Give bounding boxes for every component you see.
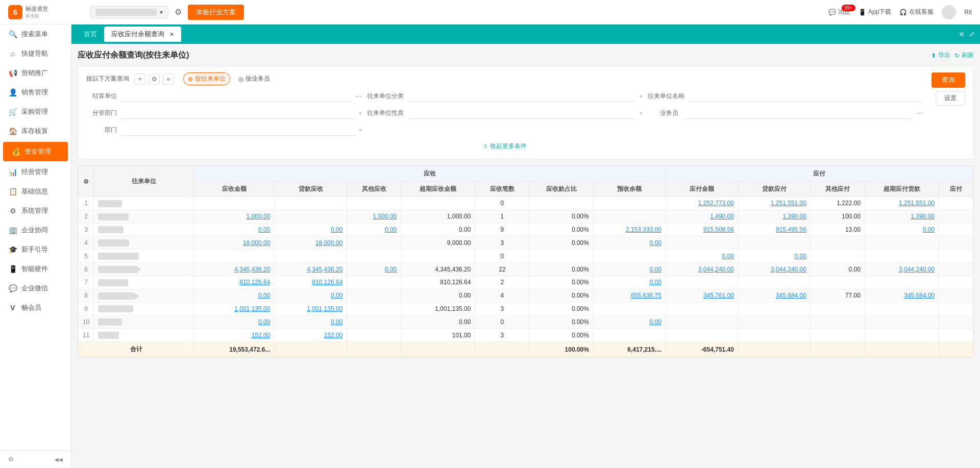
salesperson-dots[interactable]: ··· bbox=[917, 109, 923, 118]
sidebar-item-enterprise-wechat[interactable]: 💬 企业微信 bbox=[0, 279, 71, 298]
sidebar-item-marketing[interactable]: 📢 营销推广 bbox=[0, 63, 71, 83]
row-loan-pay[interactable]: 3,044,240.00 bbox=[738, 263, 811, 276]
row-recv-amount[interactable]: 0.00 bbox=[194, 223, 275, 236]
row-advance-balance[interactable]: 655,636.75 bbox=[593, 289, 666, 302]
sidebar-item-finance[interactable]: 💰 资金管理 bbox=[3, 142, 68, 161]
sidebar-item-sales[interactable]: 👤 销售管理 bbox=[0, 83, 71, 102]
scheme-by-salesperson[interactable]: ◎ 按业务员 bbox=[234, 72, 274, 85]
managing-dept-input[interactable] bbox=[121, 107, 355, 119]
tab-minimize-icon[interactable]: ✕ bbox=[959, 30, 965, 38]
footer-pay-amount[interactable]: -654,751.40 bbox=[666, 342, 738, 357]
row-loan-recv[interactable]: 0.00 bbox=[275, 315, 347, 329]
row-pay-amount[interactable]: 3,044,240.00 bbox=[666, 263, 738, 276]
row-recv-amount[interactable]: 18,000.00 bbox=[194, 236, 275, 250]
row-other-recv[interactable]: 1,000.00 bbox=[347, 210, 401, 223]
row-loan-pay[interactable]: 1,251,551.00 bbox=[738, 197, 811, 210]
row-recv-count: 22 bbox=[475, 263, 529, 276]
setting-button[interactable]: 设置 bbox=[936, 91, 965, 106]
settlement-unit-dots[interactable]: ··· bbox=[355, 92, 362, 101]
row-other-recv[interactable]: 0.00 bbox=[347, 263, 401, 276]
page-actions: ⬆ 导出 ↻ 刷新 bbox=[931, 51, 974, 60]
sidebar-item-enterprise[interactable]: 🏢 企业协同 bbox=[0, 220, 71, 240]
sidebar-item-basic-info[interactable]: 📋 基础信息 bbox=[0, 182, 71, 201]
message-action[interactable]: 💬 消息 99+ bbox=[828, 8, 850, 16]
sidebar-item-inventory[interactable]: 🏠 库存核算 bbox=[0, 121, 71, 141]
row-loan-recv[interactable]: 1,001,135.00 bbox=[275, 302, 347, 315]
row-overdue-pay[interactable]: 1,251,551.00 bbox=[865, 197, 939, 210]
sidebar-item-operations[interactable]: 📊 经营管理 bbox=[0, 162, 71, 182]
salesperson-input[interactable] bbox=[682, 107, 913, 119]
row-pay-amount[interactable]: 345,761.00 bbox=[666, 289, 738, 302]
row-recv-amount[interactable]: 0.00 bbox=[194, 315, 275, 329]
row-recv-ratio: 0.00% bbox=[529, 236, 594, 250]
row-overdue-pay[interactable]: 3,044,240.00 bbox=[865, 263, 939, 276]
row-recv-amount[interactable]: 1,000.00 bbox=[194, 210, 275, 223]
row-pay-amount[interactable]: 0.00 bbox=[666, 250, 738, 263]
partner-category-input[interactable] bbox=[408, 90, 635, 102]
row-advance-balance[interactable]: 0.00 bbox=[593, 315, 666, 329]
sidebar-item-purchase[interactable]: 🛒 采购管理 bbox=[0, 102, 71, 121]
sidebar-item-search-menu[interactable]: 🔍 搜索菜单 bbox=[0, 24, 71, 44]
sidebar-item-quick-nav[interactable]: ⌂ 快捷导航 bbox=[0, 44, 71, 63]
partner-name-input[interactable] bbox=[689, 90, 923, 102]
row-advance-balance[interactable]: 0.00 bbox=[593, 263, 666, 276]
sidebar-item-smart-hardware[interactable]: 📱 智能硬件 bbox=[0, 259, 71, 279]
row-advance-balance[interactable]: 2,153,333.00 bbox=[593, 223, 666, 236]
breadcrumb-nav[interactable]: ▾ bbox=[90, 6, 168, 18]
solution-button[interactable]: 体验行业方案 bbox=[188, 5, 244, 20]
tab-home[interactable]: 首页 bbox=[77, 27, 104, 42]
row-loan-recv[interactable]: 18,000.00 bbox=[275, 236, 347, 250]
filter-settings-icon[interactable]: ⚙ bbox=[149, 73, 160, 85]
filter-collapse-left-icon[interactable]: « bbox=[163, 73, 174, 85]
row-loan-pay[interactable]: 345,684.00 bbox=[738, 289, 811, 302]
export-button[interactable]: ⬆ 导出 bbox=[931, 51, 950, 60]
row-loan-pay[interactable]: 915,495.56 bbox=[738, 223, 811, 236]
row-pay-amount[interactable]: 1,490.00 bbox=[666, 210, 738, 223]
row-advance-balance[interactable]: 0.00 bbox=[593, 276, 666, 289]
tab-close-icon[interactable]: ✕ bbox=[169, 31, 174, 37]
row-pay-amount[interactable]: 1,252,773.00 bbox=[666, 197, 738, 210]
sidebar-item-member[interactable]: V 畅会员 bbox=[0, 298, 71, 317]
row-loan-pay[interactable]: 0.00 bbox=[738, 250, 811, 263]
row-overdue-pay[interactable]: 1,390.00 bbox=[865, 210, 939, 223]
row-loan-recv[interactable]: 0.00 bbox=[275, 289, 347, 302]
row-advance-balance[interactable]: 0.00 bbox=[593, 236, 666, 250]
filter-collapse-btn[interactable]: ∧ 收起更多条件 bbox=[86, 140, 923, 153]
tab-ar-ap-query[interactable]: 应收应付余额查询 ✕ bbox=[104, 27, 181, 42]
settlement-unit-input[interactable] bbox=[121, 90, 351, 102]
app-download-action[interactable]: 📱 App下载 bbox=[859, 8, 891, 16]
sidebar-item-guide[interactable]: 🎓 新手引导 bbox=[0, 240, 71, 259]
row-recv-amount[interactable]: 1,001,135.00 bbox=[194, 302, 275, 315]
row-recv-amount[interactable]: 810,126.64 bbox=[194, 276, 275, 289]
refresh-button[interactable]: ↻ 刷新 bbox=[954, 51, 974, 60]
row-loan-recv[interactable]: 4,345,436.20 bbox=[275, 263, 347, 276]
row-recv-amount[interactable]: 0.00 bbox=[194, 289, 275, 302]
row-overdue-pay[interactable]: 345,684.00 bbox=[865, 289, 939, 302]
settings-gear-icon[interactable]: ⚙ bbox=[175, 7, 182, 17]
row-pay-amount[interactable]: 915,508.56 bbox=[666, 223, 738, 236]
sidebar-item-system[interactable]: ⚙ 系统管理 bbox=[0, 201, 71, 220]
dept-input[interactable] bbox=[121, 124, 355, 136]
sidebar-collapse-icon[interactable]: ◀◀ bbox=[55, 457, 63, 462]
tab-home-label: 首页 bbox=[84, 30, 97, 38]
row-recv-amount[interactable]: 152.00 bbox=[194, 329, 275, 342]
footer-recv-amount[interactable]: 19,553,472.6... bbox=[194, 342, 275, 357]
user-name[interactable]: Rit bbox=[964, 9, 972, 16]
partner-nature-input[interactable] bbox=[408, 107, 635, 119]
user-avatar[interactable] bbox=[942, 5, 956, 19]
row-loan-recv[interactable]: 810,126.64 bbox=[275, 276, 347, 289]
row-other-recv[interactable]: 0.00 bbox=[347, 223, 401, 236]
filter-add-icon[interactable]: + bbox=[134, 73, 145, 85]
row-recv-amount[interactable]: 4,345,436.20 bbox=[194, 263, 275, 276]
row-num: 6 bbox=[79, 263, 94, 276]
scheme-by-partner[interactable]: ⊕ 按往来单位 bbox=[183, 72, 230, 85]
table-settings-icon[interactable]: ⚙ bbox=[79, 166, 94, 197]
row-loan-recv[interactable]: 0.00 bbox=[275, 223, 347, 236]
online-service-action[interactable]: 🎧 在线客服 bbox=[899, 8, 934, 16]
sidebar-settings-icon[interactable]: ⚙ bbox=[8, 456, 14, 463]
row-overdue-pay[interactable]: 0.00 bbox=[865, 223, 939, 236]
tab-expand-icon[interactable]: ⤢ bbox=[969, 30, 975, 38]
row-loan-recv[interactable]: 152.00 bbox=[275, 329, 347, 342]
query-button[interactable]: 查询 bbox=[932, 72, 965, 88]
row-loan-pay[interactable]: 1,390.00 bbox=[738, 210, 811, 223]
